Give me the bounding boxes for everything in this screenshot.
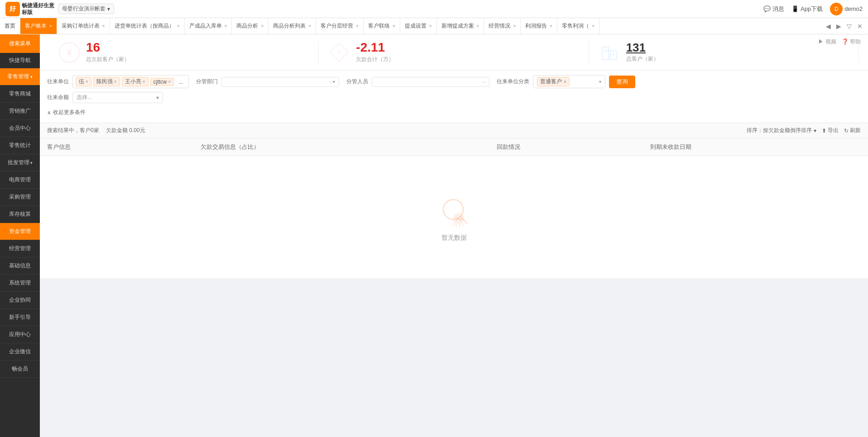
sidebar-item-vip-member[interactable]: 畅会员: [0, 361, 40, 378]
sidebar-item-membership[interactable]: 会员中心: [0, 120, 40, 137]
user-avatar[interactable]: D demo2: [830, 3, 863, 15]
tab-new-mention[interactable]: 新增提成方案 ×: [437, 18, 484, 34]
sidebar-item-enterprise[interactable]: 企业协同: [0, 292, 40, 309]
collapse-row: ∧ 收起更多条件: [47, 107, 861, 118]
filter-tag-wangxiaoliang: 王小亮 ×: [122, 77, 149, 86]
remove-tag-wangxiaoliang[interactable]: ×: [143, 79, 145, 84]
close-tab-icon[interactable]: ×: [550, 24, 552, 28]
tab-purchase-order[interactable]: 采购订单统计表 ×: [57, 18, 110, 34]
filter-tag-more[interactable]: ...: [176, 78, 186, 86]
classify-filter[interactable]: 普通客户 × ▾: [533, 75, 605, 88]
sidebar-item-enterprise-wechat[interactable]: 企业微信: [0, 343, 40, 361]
person-filter-input[interactable]: ···: [372, 77, 489, 87]
tab-customer-accounts[interactable]: 客户账本 ×: [20, 18, 57, 34]
stat-overdue-amount-content: -2.11 欠款合计（万）: [356, 41, 394, 63]
person-input-more-icon[interactable]: ···: [481, 79, 485, 85]
tab-operation-status[interactable]: 经营情况 ×: [484, 18, 521, 34]
content-area: ¥ 16 总欠款客户（家） + -2.11 欠款合计（: [40, 34, 868, 437]
close-tab-icon[interactable]: ×: [261, 24, 264, 28]
close-tab-icon[interactable]: ×: [356, 24, 359, 28]
download-icon: 📱: [791, 5, 799, 12]
empty-text: 暂无数据: [441, 234, 467, 242]
sidebar-item-retail-store[interactable]: 零售商城: [0, 86, 40, 103]
tab-customer-segment[interactable]: 客户分层经营 ×: [316, 18, 364, 34]
classify-chevron-icon[interactable]: ▾: [599, 79, 601, 84]
remove-tag-chenminqiang[interactable]: ×: [114, 79, 117, 84]
dept-input[interactable]: [225, 79, 329, 85]
dept-filter-input[interactable]: ··· ▾: [221, 77, 339, 87]
tab-profit-report[interactable]: 利润报告 ×: [521, 18, 557, 34]
close-tab-icon[interactable]: ×: [225, 24, 227, 28]
nav-next-btn[interactable]: ▶: [834, 22, 843, 31]
close-tab-icon[interactable]: ×: [513, 24, 516, 28]
remove-tag-wu[interactable]: ×: [86, 79, 88, 84]
sidebar-item-purchase[interactable]: 采购管理: [0, 189, 40, 206]
close-tab-icon[interactable]: ×: [49, 24, 52, 28]
app-download-btn[interactable]: 📱 App下载: [791, 5, 823, 13]
sidebar-item-new-guide[interactable]: 新手引导: [0, 309, 40, 326]
tab-retail-profit[interactable]: 零售利润（ ×: [557, 18, 599, 34]
tab-goods-inbound[interactable]: 进货单统计表（按商品） ×: [110, 18, 185, 34]
sidebar-item-wholesale[interactable]: 批发管理 ▾: [0, 154, 40, 171]
person-input[interactable]: [376, 79, 481, 85]
close-tab-icon[interactable]: ×: [592, 24, 595, 28]
svg-point-12: [460, 220, 461, 221]
credit-filter-dropdown[interactable]: 选择... ▾: [72, 92, 163, 103]
messages-btn[interactable]: 💬 消息: [763, 5, 784, 13]
help-icon: ❓: [842, 38, 849, 45]
sidebar-item-finance[interactable]: 资金管理: [0, 223, 40, 240]
nav-prev-btn[interactable]: ◀: [824, 22, 833, 31]
table-header: 客户信息 欠款交易信息（占比） 回款情况 到期未收款日期: [40, 138, 868, 156]
stats-bar: ¥ 16 总欠款客户（家） + -2.11 欠款合计（: [40, 34, 868, 71]
query-button[interactable]: 查询: [609, 76, 635, 88]
sidebar-item-marketing[interactable]: 营销推广: [0, 103, 40, 120]
tab-product-inbound[interactable]: 产成品入库单 ×: [185, 18, 232, 34]
search-menu-btn[interactable]: 搜索菜单: [4, 38, 36, 49]
tab-product-analysis[interactable]: 商品分析 ×: [232, 18, 269, 34]
close-tab-icon[interactable]: ×: [308, 24, 311, 28]
industry-selector[interactable]: 母婴行业演示帐套 ▾: [58, 4, 114, 14]
refresh-btn[interactable]: ↻ 刷新: [844, 127, 861, 134]
close-tab-icon[interactable]: ×: [102, 24, 105, 28]
sidebar-item-retail-mgmt[interactable]: 零售管理 ▾: [0, 68, 40, 86]
svg-rect-5: [604, 50, 606, 52]
sidebar-item-retail-stats[interactable]: 零售统计: [0, 137, 40, 154]
sort-chevron-icon[interactable]: ▾: [814, 128, 816, 134]
dept-input-more-icon[interactable]: ···: [329, 79, 333, 85]
avatar-icon: D: [830, 3, 843, 15]
tab-mention-settings[interactable]: 提成设置 ×: [400, 18, 437, 34]
sidebar-item-basic-info[interactable]: 基础信息: [0, 257, 40, 275]
close-tab-icon[interactable]: ×: [177, 24, 180, 28]
remove-classify-tag[interactable]: ×: [563, 79, 566, 85]
sidebar-item-sys-mgmt[interactable]: 系统管理: [0, 275, 40, 292]
tab-home[interactable]: 首页: [0, 18, 20, 34]
svg-line-14: [456, 224, 457, 227]
close-tab-icon[interactable]: ×: [429, 24, 432, 28]
classify-tag-selected: 普通客户 ×: [537, 77, 570, 86]
sidebar-item-ecommerce[interactable]: 电商管理: [0, 171, 40, 189]
collapse-button[interactable]: ∧ 收起更多条件: [47, 109, 861, 116]
unit-filter-tags[interactable]: 伍 × 陈民强 × 王小亮 × cjttcw × ...: [72, 75, 189, 88]
nav-menu-btn[interactable]: ▽: [845, 22, 854, 31]
sidebar-item-operations[interactable]: 经营管理: [0, 240, 40, 257]
sidebar-quick-nav[interactable]: 快捷导航: [0, 53, 40, 68]
message-icon: 💬: [763, 5, 771, 12]
close-tab-icon[interactable]: ×: [393, 24, 395, 28]
dept-dropdown-icon[interactable]: ▾: [333, 79, 335, 84]
close-tab-icon[interactable]: ×: [477, 24, 480, 28]
stat-overdue-amount: + -2.11 欠款合计（万）: [319, 41, 589, 64]
col-customer-info: 客户信息: [40, 138, 193, 156]
sidebar-item-inventory[interactable]: 库存核算: [0, 206, 40, 223]
remove-tag-cjttcw[interactable]: ×: [168, 79, 171, 84]
tab-product-analysis-list[interactable]: 商品分析列表 ×: [269, 18, 316, 34]
top-bar-right: 💬 消息 📱 App下载 D demo2: [763, 3, 863, 15]
help-btn[interactable]: ❓ 帮助: [842, 38, 861, 46]
collapse-icon: ∧: [47, 109, 51, 116]
refresh-icon: ↻: [844, 128, 849, 134]
nav-close-all-btn[interactable]: ✕: [855, 22, 864, 31]
table-body: 暂无数据: [40, 156, 868, 279]
export-btn[interactable]: ⬆ 导出: [822, 127, 839, 134]
sidebar-item-app-center[interactable]: 应用中心: [0, 326, 40, 343]
video-help-btn[interactable]: ▶ 视频: [818, 38, 836, 46]
tab-customer-contact[interactable]: 客户联络 ×: [364, 18, 400, 34]
